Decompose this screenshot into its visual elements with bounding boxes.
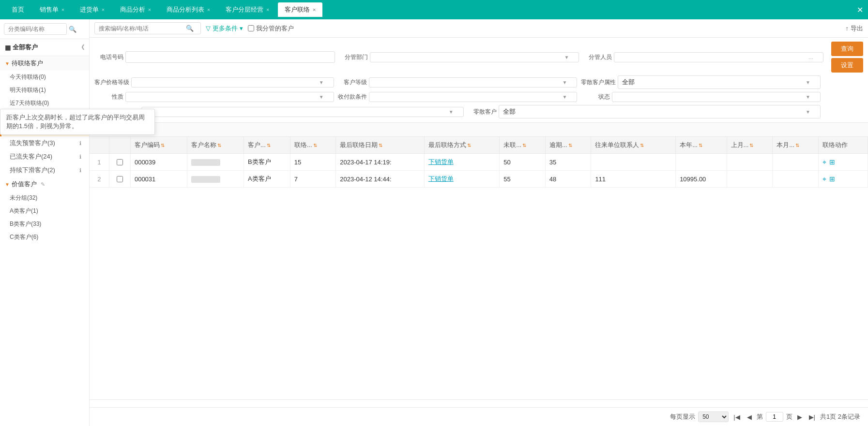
sidebar-group-title-pending[interactable]: ▼ 待联络客户 [0,56,89,71]
row1-checkbox[interactable] [117,159,123,165]
phone-input[interactable] [125,51,335,63]
caret-icon: ▼ [564,55,569,60]
sort-icon-overdue[interactable]: ⇅ [568,143,572,148]
last-page-btn[interactable]: ▶| [807,412,817,422]
sidebar-item-c-class[interactable]: C类客户(6) [0,231,89,244]
cell-ltype-2[interactable]: 下销货单 [424,171,500,188]
sidebar-group-title-value[interactable]: ▼ 价值客户 ✎ [0,177,89,191]
cell-uc-2: 111 [591,171,676,188]
page-suffix: 页 [786,412,792,421]
sidebar-item-declining[interactable]: 持续下滑客户(2) ℹ [0,163,89,177]
sidebar-item-today[interactable]: 今天待联络(0) [0,71,89,84]
filter-field-customer-type: 客户类型 ▼ [110,107,463,117]
caret-icon-5: ▼ [806,80,810,85]
blurred-name-2 [191,176,220,183]
sidebar-item-b-class[interactable]: B类客户(33) [0,218,89,231]
filter-bar: 🔍 ▽ 更多条件 ▾ 我分管的客户 ↑ 导出 [90,19,868,38]
filter-search-input[interactable] [99,25,186,32]
nav-item-sales[interactable]: 销售单 × [33,2,71,17]
cell-ltype-1[interactable]: 下销货单 [424,154,500,171]
sort-icon-contact[interactable]: ⇅ [313,143,317,148]
nav-close-customer-tier[interactable]: × [266,7,269,13]
sidebar-item-churn-warning[interactable]: 流失预警客户(3) ℹ [0,136,89,150]
sidebar-item-a-class[interactable]: A类客户(1) [0,205,89,218]
next-page-btn[interactable]: ▶ [795,412,804,422]
sort-icon-type[interactable]: ⇅ [267,143,271,148]
cell-ty-1 [676,154,727,171]
action-link-icon-2[interactable]: ⌖ [822,175,826,183]
nav-close-analysis-list[interactable]: × [207,7,210,13]
dept-select[interactable]: ▼ [370,52,579,62]
first-page-btn[interactable]: |◀ [731,412,742,422]
sidebar-item-unclassified[interactable]: 未分组(32) [0,191,89,205]
filter-search-icon[interactable]: 🔍 [186,25,194,32]
filter-more-conditions[interactable]: ▽ 更多条件 ▾ [206,24,243,33]
person-select[interactable]: … [614,52,823,62]
filter-row-4: ... 客户类型 ▼ 零散客户 全部 ▼ [94,105,863,118]
nav-item-analysis[interactable]: 商品分析 × [113,2,158,17]
retail-attr-select[interactable]: 全部 ▼ [618,75,821,89]
sidebar-item-churned[interactable]: 已流失客户(24) ℹ [0,150,89,163]
page-input[interactable] [766,412,783,422]
retail-customer-select[interactable]: 全部 ▼ [499,105,821,118]
sort-icon-lm[interactable]: ⇅ [749,143,753,148]
sort-icon-ty[interactable]: ⇅ [699,143,702,148]
nav-item-purchase[interactable]: 进货单 × [73,2,111,17]
settings-button[interactable]: 设置 [831,58,863,73]
nav-item-customer-tier[interactable]: 客户分层经营 × [219,2,276,17]
price-level-select[interactable]: ▼ [131,77,334,88]
page-size-select[interactable]: 50 100 [698,411,729,422]
caret-icon-9: ▼ [449,109,454,115]
sort-icon-tm[interactable]: ⇅ [795,143,799,148]
sort-icon-name[interactable]: ⇅ [217,143,221,148]
sidebar-search-area: 🔍 [0,19,89,39]
nav-close-customer-contact[interactable]: × [313,7,316,13]
dept-label: 分管部门 [339,53,368,61]
customer-type-select[interactable]: ▼ [141,107,463,117]
edit-icon[interactable]: ✎ [41,181,45,188]
export-button[interactable]: ↑ 导出 [846,24,864,33]
th-type: 客户...⇅ [244,137,290,154]
sort-icon-code[interactable]: ⇅ [161,143,165,148]
payment-select[interactable]: ▼ [369,92,578,102]
caret-icon-6: ▼ [319,94,324,100]
sort-icon-unreached[interactable]: ⇅ [522,143,526,148]
export-icon: ↑ [846,25,849,32]
nav-close-analysis[interactable]: × [148,7,151,13]
filter-my-customers: 我分管的客户 [248,24,294,33]
query-button[interactable]: 查询 [831,42,863,56]
sort-icon-ltype[interactable]: ⇅ [467,143,471,148]
cell-date-1: 2023-04-17 14:19: [336,154,425,171]
retail-attr-value: 全部 [622,78,635,87]
cell-name-2 [187,171,244,188]
action-grid-icon-2[interactable]: ⊞ [829,175,835,183]
gender-select[interactable]: ▼ [125,92,334,102]
sort-icon-date[interactable]: ⇅ [379,143,382,148]
nav-close-purchase[interactable]: × [102,7,105,13]
sidebar-item-tomorrow[interactable]: 明天待联络(1) [0,84,89,97]
table-row: 1 000039 B类客户 15 2023-04-17 14:19: 下销货单 … [90,154,868,171]
sidebar-collapse-icon[interactable]: 《 [78,44,84,52]
window-close-icon[interactable]: ✕ [857,5,863,15]
action-link-icon-1[interactable]: ⌖ [822,158,826,166]
level-select[interactable]: ▼ [369,77,578,88]
nav-item-home[interactable]: 首页 [5,2,31,17]
status-select[interactable]: ▼ [612,92,821,102]
nav-close-sales[interactable]: × [61,7,64,13]
sort-icon-uc[interactable]: ⇅ [640,143,644,148]
main-layout: 🔍 ▦ 全部客户 《 ▼ 待联络客户 今天待联络(0) 明天待联络(1) 近7天… [0,19,868,426]
sidebar-search-input[interactable] [4,23,67,35]
cell-action-2: ⌖ ⊞ [818,171,868,188]
table-header-row: 客户编码⇅ 客户名称⇅ 客户...⇅ 联络...⇅ 最后联络日期⇅ 最后联络方式… [90,137,868,154]
my-customers-checkbox[interactable] [248,25,254,31]
horizontal-scrollbar[interactable] [90,399,868,407]
row2-checkbox[interactable] [117,176,123,182]
sidebar-search-icon[interactable]: 🔍 [69,26,76,33]
nav-item-analysis-list[interactable]: 商品分析列表 × [160,2,217,17]
sidebar-item-7days[interactable]: 近7天待联络(0) [0,97,89,110]
info-icon-3: ℹ [79,154,81,160]
prev-page-btn[interactable]: ◀ [745,412,754,422]
action-grid-icon-1[interactable]: ⊞ [829,158,835,166]
th-name: 客户名称⇅ [187,137,244,154]
nav-item-customer-contact[interactable]: 客户联络 × [278,2,322,17]
